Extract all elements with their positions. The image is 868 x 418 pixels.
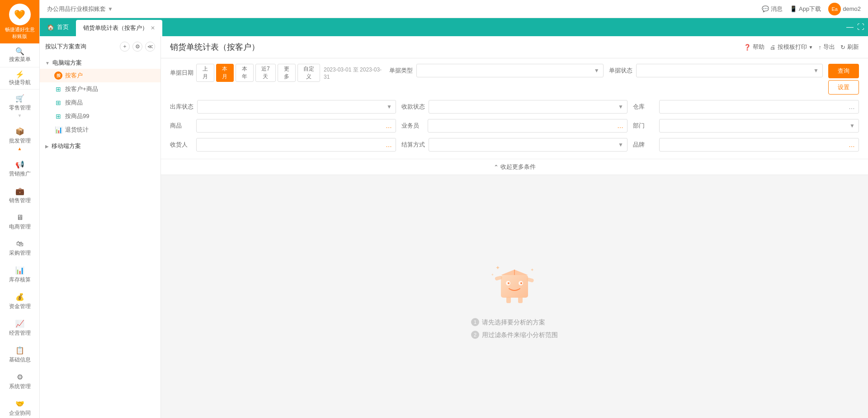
page-title: 销货单统计表（按客户） <box>170 42 259 52</box>
avatar: Ea <box>828 3 841 15</box>
goods-input[interactable]: … <box>196 119 396 133</box>
sidebar-item-retail[interactable]: 🛒 零售管理 ▼ <box>0 90 39 123</box>
purchase-icon: 🛍 <box>16 240 24 248</box>
sidebar-item-operation[interactable]: 📈 经营管理 <box>0 315 39 342</box>
empty-text: 1 请先选择要分析的方案 2 用过滤条件来缩小分析范围 <box>471 316 558 341</box>
brand-dots[interactable]: … <box>849 141 855 148</box>
doc-status-chevron: ▼ <box>813 67 819 74</box>
wholesale-icon: 📦 <box>15 127 24 136</box>
date-btn-this-month[interactable]: 本月 <box>216 64 234 82</box>
home-icon: 🏠 <box>47 24 54 31</box>
salesman-input[interactable]: … <box>428 119 627 133</box>
doc-status-select[interactable]: ▼ <box>636 64 823 77</box>
svg-text:✦: ✦ <box>530 267 534 272</box>
scheme-item-by-goods[interactable]: ⊞ 按商品 <box>40 96 160 109</box>
svg-rect-6 <box>518 297 523 303</box>
group-arrow-icon: ▼ <box>45 61 50 66</box>
user-menu[interactable]: Ea demo2 <box>828 3 861 15</box>
doc-type-select[interactable]: ▼ <box>416 64 603 77</box>
refresh-btn[interactable]: ↻ 刷新 <box>840 43 859 51</box>
sidebar-item-inventory[interactable]: 📊 库存核算 <box>0 261 39 288</box>
out-status-select[interactable]: ▼ <box>197 100 396 114</box>
ecommerce-icon: 🖥 <box>16 214 24 222</box>
maximize-window-btn[interactable]: ⛶ <box>857 23 864 31</box>
collapse-panel-btn[interactable]: ≪ <box>145 42 155 52</box>
return-stat-icon: 📊 <box>54 126 62 134</box>
sidebar-item-cooperation[interactable]: 🤝 企业协同 <box>0 395 39 418</box>
date-btn-more[interactable]: 更多 <box>278 64 296 82</box>
goods-dots[interactable]: … <box>386 122 392 129</box>
export-btn[interactable]: ↑ 导出 <box>819 43 835 51</box>
warehouse-filter: 仓库 … <box>633 100 859 114</box>
brand-label: 品牌 <box>633 141 656 149</box>
scheme-item-by-customer-goods[interactable]: ⊞ 按客户+商品 <box>40 82 160 96</box>
scheme-group-mobile-header[interactable]: ▶ 移动端方案 <box>40 140 160 152</box>
add-scheme-btn[interactable]: + <box>120 42 130 52</box>
brand-input[interactable]: … <box>659 138 859 152</box>
salesman-dots[interactable]: … <box>617 122 623 129</box>
tab-sales-stat[interactable]: 销货单统计表（按客户） ✕ <box>76 20 162 36</box>
collect-status-filter: 收款状态 ▼ <box>401 100 627 114</box>
salesman-label: 业务员 <box>401 122 424 130</box>
message-btn[interactable]: 💬 消息 <box>762 5 783 13</box>
sidebar-quick-nav[interactable]: ⚡ 快捷导航 <box>0 67 39 90</box>
right-content: 销货单统计表（按客户） ❓ 帮助 🖨 按模板打印 ▼ <box>161 36 868 418</box>
settings-button[interactable]: 设置 <box>828 80 859 95</box>
minimize-window-btn[interactable]: — <box>846 23 854 31</box>
settlement-select[interactable]: ▼ <box>429 138 627 152</box>
date-btn-last-month[interactable]: 上月 <box>196 64 214 82</box>
tabbar-actions: — ⛶ <box>846 18 868 36</box>
sidebar-item-basic[interactable]: 📋 基础信息 <box>0 342 39 368</box>
scheme-item-by-goods-99[interactable]: ⊞ 按商品99 <box>40 109 160 123</box>
sidebar-item-marketing[interactable]: 📢 营销推广 <box>0 156 39 182</box>
message-icon: 💬 <box>762 5 769 12</box>
topbar-left: 办公用品行业模拟账套 ▼ <box>47 5 113 13</box>
sidebar-item-ecommerce[interactable]: 🖥 电商管理 <box>0 209 39 235</box>
step-2-num: 2 <box>471 331 479 339</box>
sidebar-item-system[interactable]: ⚙ 系统管理 <box>0 368 39 395</box>
industry-selector[interactable]: 办公用品行业模拟账套 ▼ <box>47 5 113 13</box>
by-customer-icon: 按 <box>54 71 62 80</box>
scheme-item-return-stat[interactable]: 📊 退货统计 <box>40 123 160 137</box>
warehouse-ellipsis[interactable]: … <box>849 103 855 110</box>
sidebar-item-purchase[interactable]: 🛍 采购管理 <box>0 235 39 261</box>
warehouse-input[interactable]: … <box>659 100 859 114</box>
close-tab-icon[interactable]: ✕ <box>151 25 155 31</box>
inventory-icon: 📊 <box>15 266 24 275</box>
date-btn-last-7[interactable]: 近7天 <box>255 64 276 82</box>
settings-scheme-btn[interactable]: ⚙ <box>132 42 142 52</box>
chevron-down-icon: ▼ <box>108 6 113 12</box>
step-1-num: 1 <box>471 318 479 326</box>
app-download-btn[interactable]: 📱 App下载 <box>790 5 821 13</box>
main-content: 办公用品行业模拟账套 ▼ 💬 消息 📱 App下载 Ea demo2 🏠 <box>40 0 868 418</box>
doc-status-label: 单据状态 <box>609 66 632 75</box>
empty-step-2: 2 用过滤条件来缩小分析范围 <box>471 328 558 341</box>
date-btn-custom[interactable]: 自定义 <box>297 64 320 82</box>
receiver-input[interactable]: … <box>196 138 396 152</box>
refresh-icon: ↻ <box>840 44 845 51</box>
print-icon: 🖨 <box>770 44 776 51</box>
receiver-dots[interactable]: … <box>386 141 392 148</box>
date-btn-this-year[interactable]: 本年 <box>236 64 254 82</box>
scheme-item-by-customer[interactable]: 按 按客户 <box>40 69 160 82</box>
marketing-icon: 📢 <box>15 160 24 169</box>
sidebar-search[interactable]: 🔍 搜索菜单 <box>0 43 39 67</box>
sidebar-item-sales[interactable]: 💼 销售管理 <box>0 182 39 209</box>
collect-status-select[interactable]: ▼ <box>429 100 627 114</box>
collapse-more-btn[interactable]: ⌃ 收起更多条件 <box>161 159 868 175</box>
topbar: 办公用品行业模拟账套 ▼ 💬 消息 📱 App下载 Ea demo2 <box>40 0 868 18</box>
sidebar-item-wholesale[interactable]: 📦 批发管理 ▲ <box>0 123 39 156</box>
svg-text:✦: ✦ <box>495 265 500 271</box>
query-button[interactable]: 查询 <box>828 64 859 78</box>
template-print-btn[interactable]: 🖨 按模板打印 ▼ <box>770 43 813 51</box>
sidebar-item-finance[interactable]: 💰 资金管理 <box>0 288 39 315</box>
collapse-label: 收起更多条件 <box>500 163 536 171</box>
app-name: 畅捷通好生意 <box>5 26 35 33</box>
scheme-group-desktop-header[interactable]: ▼ 电脑端方案 <box>40 57 160 69</box>
chevron-down-icon: ▼ <box>18 113 22 118</box>
tab-home[interactable]: 🏠 首页 <box>40 18 76 36</box>
department-select[interactable]: ▼ <box>659 119 859 133</box>
by-goods-99-icon: ⊞ <box>54 112 62 120</box>
help-btn[interactable]: ❓ 帮助 <box>744 43 764 51</box>
svg-point-3 <box>508 282 509 284</box>
